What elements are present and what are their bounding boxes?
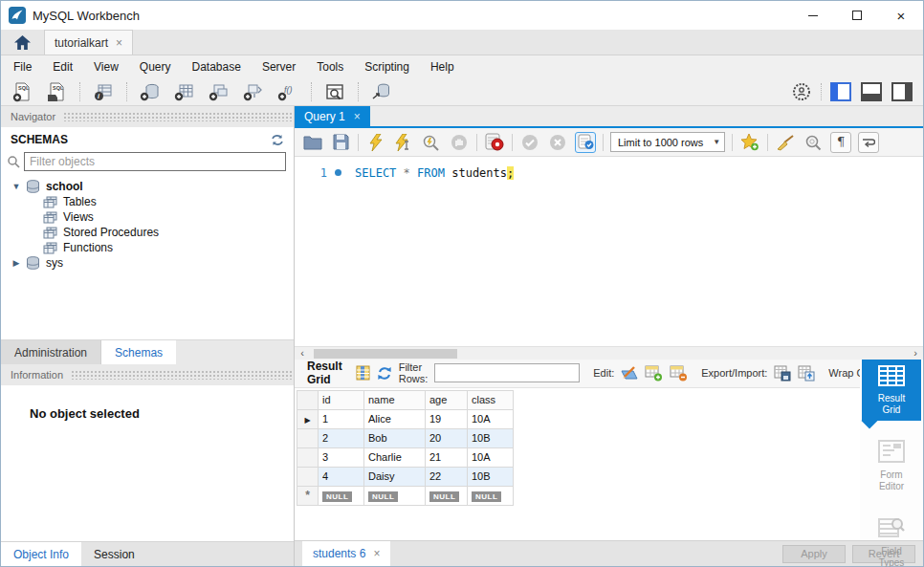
tab-object-info[interactable]: Object Info xyxy=(1,542,81,566)
cell-name[interactable]: Charlie xyxy=(364,447,426,467)
toggle-left-panel-icon[interactable] xyxy=(829,80,852,103)
tab-students-result[interactable]: students 6 × xyxy=(302,541,390,566)
save-script-icon[interactable] xyxy=(330,132,351,153)
edit-record-icon[interactable] xyxy=(621,363,638,382)
toggle-autocommit-icon[interactable] xyxy=(575,132,596,153)
scroll-left-icon[interactable]: ‹ xyxy=(295,346,310,360)
cell-class[interactable]: 10B xyxy=(468,428,514,447)
import-records-icon[interactable] xyxy=(798,363,815,382)
tree-item-sys[interactable]: ▶sys xyxy=(1,255,294,271)
cell-name[interactable]: Alice xyxy=(364,409,426,428)
sql-editor[interactable]: 1 SELECT * FROM students; xyxy=(295,157,923,346)
cell-id[interactable]: 3 xyxy=(319,447,364,467)
tree-item-school[interactable]: ▼school xyxy=(1,179,294,194)
preferences-icon[interactable] xyxy=(790,80,813,103)
toggle-word-wrap-icon[interactable] xyxy=(858,132,879,153)
explain-query-icon[interactable] xyxy=(421,132,442,153)
scroll-right-icon[interactable]: › xyxy=(908,346,923,360)
menu-item-help[interactable]: Help xyxy=(420,57,465,76)
menu-item-query[interactable]: Query xyxy=(129,57,182,76)
new-sql-tab-icon[interactable]: SQL xyxy=(11,80,33,103)
create-function-icon[interactable]: f() xyxy=(276,80,299,103)
create-schema-icon[interactable] xyxy=(139,80,162,103)
limit-rows-dropdown[interactable]: Limit to 1000 rows ▼ xyxy=(610,132,725,152)
cell-id[interactable]: 4 xyxy=(319,467,364,486)
refresh-schemas-icon[interactable] xyxy=(271,134,284,146)
menu-item-database[interactable]: Database xyxy=(182,57,252,76)
toggle-bottom-panel-icon[interactable] xyxy=(860,80,883,103)
query-tab-close-icon[interactable]: × xyxy=(354,110,361,123)
grid-options-icon[interactable] xyxy=(356,363,370,382)
column-header-age[interactable]: age xyxy=(426,390,468,409)
reconnect-dbms-icon[interactable] xyxy=(370,80,393,103)
close-button[interactable]: × xyxy=(879,1,923,30)
menu-item-tools[interactable]: Tools xyxy=(306,57,354,76)
cell-age[interactable]: 20 xyxy=(426,428,468,447)
side-button-result-grid[interactable]: ResultGrid xyxy=(862,360,921,421)
tab-query-1[interactable]: Query 1 × xyxy=(295,106,370,126)
result-tab-close-icon[interactable]: × xyxy=(373,547,380,560)
toggle-right-panel-icon[interactable] xyxy=(891,80,913,103)
tab-schemas[interactable]: Schemas xyxy=(101,340,176,364)
cell-id[interactable]: 1 xyxy=(319,409,364,428)
cell-class[interactable]: 10B xyxy=(468,467,514,486)
add-row-icon[interactable] xyxy=(645,363,663,382)
filter-objects-input[interactable] xyxy=(24,152,286,171)
maximize-button[interactable] xyxy=(835,1,879,30)
tab-close-icon[interactable]: × xyxy=(116,36,122,50)
execute-query-icon[interactable] xyxy=(365,132,386,153)
execute-current-statement-icon[interactable] xyxy=(393,132,414,153)
commit-icon[interactable] xyxy=(519,132,540,153)
create-procedure-icon[interactable] xyxy=(242,80,265,103)
scrollbar-thumb[interactable] xyxy=(314,349,457,359)
cell-id[interactable]: 2 xyxy=(319,428,364,447)
chevron-right-icon[interactable]: ▶ xyxy=(11,258,22,268)
open-sql-file-icon[interactable]: SQL xyxy=(45,80,68,103)
cell-name[interactable]: Bob xyxy=(364,428,426,447)
cell-age[interactable]: 19 xyxy=(426,409,468,428)
tree-item-stored-procedures[interactable]: Stored Procedures xyxy=(1,225,294,240)
toggle-invisible-characters-icon[interactable]: ¶ xyxy=(830,132,851,153)
home-tab[interactable] xyxy=(1,30,44,55)
tab-session[interactable]: Session xyxy=(81,542,147,566)
save-snippet-icon[interactable] xyxy=(739,132,760,153)
column-header-class[interactable]: class xyxy=(468,390,514,409)
cell-null-name[interactable]: NULL xyxy=(364,486,426,505)
cell-null-class[interactable]: NULL xyxy=(468,486,514,505)
menu-item-view[interactable]: View xyxy=(83,57,129,76)
inspector-icon[interactable]: i xyxy=(92,80,115,103)
side-button-form-editor[interactable]: FormEditor xyxy=(862,434,921,497)
cell-null-id[interactable]: NULL xyxy=(319,486,364,505)
tree-item-tables[interactable]: Tables xyxy=(1,194,294,209)
delete-row-icon[interactable] xyxy=(670,363,688,382)
side-button-field-types[interactable]: FieldTypes xyxy=(862,511,921,567)
apply-button[interactable]: Apply xyxy=(782,545,846,563)
stop-query-icon[interactable] xyxy=(449,132,470,153)
beautify-script-icon[interactable] xyxy=(775,132,796,153)
export-results-icon[interactable] xyxy=(774,363,791,382)
search-table-data-icon[interactable] xyxy=(323,80,346,103)
column-header-name[interactable]: name xyxy=(364,390,426,409)
scrollbar-track[interactable] xyxy=(310,347,908,360)
rollback-icon[interactable] xyxy=(547,132,568,153)
tab-administration[interactable]: Administration xyxy=(1,340,101,364)
cell-age[interactable]: 22 xyxy=(426,467,468,486)
filter-rows-input[interactable] xyxy=(434,363,580,382)
menu-item-edit[interactable]: Edit xyxy=(42,57,83,76)
cell-class[interactable]: 10A xyxy=(468,447,514,467)
create-view-icon[interactable] xyxy=(208,80,231,103)
cell-class[interactable]: 10A xyxy=(468,409,514,428)
menu-item-file[interactable]: File xyxy=(3,57,42,76)
cell-null-age[interactable]: NULL xyxy=(426,486,468,505)
tree-item-functions[interactable]: Functions xyxy=(1,240,294,255)
find-panel-icon[interactable] xyxy=(803,132,824,153)
refresh-results-icon[interactable] xyxy=(377,363,392,382)
menu-item-scripting[interactable]: Scripting xyxy=(354,57,420,76)
menu-item-server[interactable]: Server xyxy=(252,57,306,76)
tree-item-views[interactable]: Views xyxy=(1,209,294,225)
chevron-down-icon[interactable]: ▼ xyxy=(11,182,22,191)
create-table-icon[interactable] xyxy=(173,80,196,103)
tab-tutorialkart[interactable]: tutorialkart × xyxy=(44,30,133,55)
minimize-button[interactable] xyxy=(791,1,835,30)
cell-name[interactable]: Daisy xyxy=(364,467,426,486)
